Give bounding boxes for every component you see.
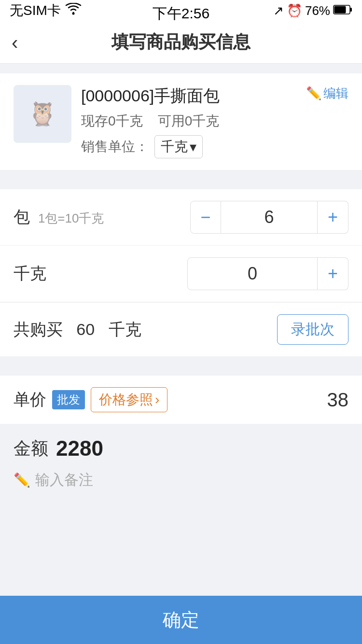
bao-input-row: 包 1包=10千克 − + [0, 189, 362, 246]
status-bar: 无SIM卡 下午2:56 ↗ ⏰ 76% [0, 0, 362, 21]
price-ref-arrow: › [155, 392, 159, 407]
available-text: 可用0千克 [158, 113, 220, 128]
bao-qty-input[interactable] [221, 201, 318, 234]
page-title: 填写商品购买信息 [111, 30, 251, 54]
svg-rect-3 [334, 6, 346, 13]
dropdown-icon: ▾ [190, 139, 196, 155]
kg-label-group: 千克 [14, 263, 46, 285]
separator-2 [0, 356, 362, 366]
confirm-button[interactable]: 确定 [0, 596, 362, 644]
product-name: [0000006]手撕面包 [81, 85, 220, 107]
kg-qty-input[interactable] [187, 257, 318, 290]
svg-rect-2 [350, 8, 352, 12]
amount-value: 2280 [56, 436, 103, 461]
product-header-row: [0000006]手撕面包 ✏️ 编辑 [81, 85, 348, 112]
summary-text: 共购买 60 千克 [14, 319, 141, 341]
product-info: [0000006]手撕面包 ✏️ 编辑 现存0千克 可用0千克 销售单位： 千克… [81, 85, 348, 158]
battery-text: 76% [305, 3, 330, 18]
remark-row[interactable]: ✏️ 输入备注 [14, 470, 348, 490]
product-unit-row: 销售单位： 千克 ▾ [81, 135, 348, 158]
bao-conversion: 1包=10千克 [38, 211, 104, 225]
product-thumbnail: 🦉 [14, 85, 71, 143]
unit-value: 千克 [161, 138, 188, 156]
kg-label: 千克 [14, 264, 46, 282]
remark-placeholder: 输入备注 [35, 470, 93, 490]
alarm-icon: ⏰ [287, 3, 302, 18]
bao-qty-control: − + [190, 201, 348, 234]
svg-point-0 [72, 12, 74, 14]
stock-text: 现存0千克 [81, 113, 143, 128]
status-time: 下午2:56 [153, 4, 209, 24]
nav-bar: ‹ 填写商品购买信息 [0, 21, 362, 64]
back-button[interactable]: ‹ [12, 31, 18, 53]
summary-row: 共购买 60 千克 录批次 [0, 302, 362, 356]
bao-plus-button[interactable]: + [318, 201, 348, 234]
price-value: 38 [327, 389, 349, 411]
kg-input-row: 千克 + [0, 246, 362, 302]
price-ref-button[interactable]: 价格参照 › [91, 387, 167, 412]
status-carrier: 无SIM卡 [10, 1, 82, 20]
amount-label: 金额 [14, 437, 48, 461]
amount-row: 金额 2280 [14, 436, 348, 461]
price-label: 单价 [14, 389, 46, 411]
status-right: ↗ ⏰ 76% [273, 3, 352, 18]
product-id: [0000006] [81, 86, 154, 105]
price-section: 单价 批发 价格参照 › 38 [0, 376, 362, 424]
price-row: 单价 批发 价格参照 › 38 [14, 387, 348, 412]
unit-select[interactable]: 千克 ▾ [154, 135, 203, 158]
edit-label: 编辑 [323, 85, 348, 102]
bao-minus-button[interactable]: − [190, 201, 221, 234]
price-label-group: 单价 批发 价格参照 › [14, 387, 167, 412]
product-logo: 🦉 [28, 100, 57, 127]
price-ref-label: 价格参照 [99, 391, 153, 409]
summary-prefix: 共购买 [14, 320, 63, 338]
edit-icon: ✏️ [306, 86, 321, 101]
separator-1 [0, 170, 362, 180]
summary-unit: 千克 [109, 320, 141, 338]
kg-plus-button[interactable]: + [318, 257, 348, 290]
bao-label: 包 [14, 208, 30, 226]
input-section: 包 1包=10千克 − + 千克 + 共购买 60 千克 录批次 [0, 189, 362, 356]
unit-label: 销售单位： [81, 138, 149, 156]
amount-section: 金额 2280 ✏️ 输入备注 [0, 425, 362, 502]
remark-icon: ✏️ [14, 472, 30, 488]
wifi-icon [65, 3, 82, 19]
bao-label-group: 包 1包=10千克 [14, 206, 104, 228]
carrier-text: 无SIM卡 [10, 1, 61, 20]
edit-button[interactable]: ✏️ 编辑 [306, 85, 348, 102]
location-icon: ↗ [273, 3, 284, 18]
battery-icon [333, 3, 352, 18]
product-stock: 现存0千克 可用0千克 [81, 112, 348, 130]
product-title: 手撕面包 [154, 86, 220, 105]
summary-qty: 60 [76, 320, 95, 338]
price-tag: 批发 [52, 390, 85, 409]
product-card: 🦉 [0000006]手撕面包 ✏️ 编辑 现存0千克 可用0千克 销售单位： … [0, 73, 362, 170]
batch-button[interactable]: 录批次 [277, 314, 348, 345]
kg-qty-control: + [187, 257, 348, 290]
